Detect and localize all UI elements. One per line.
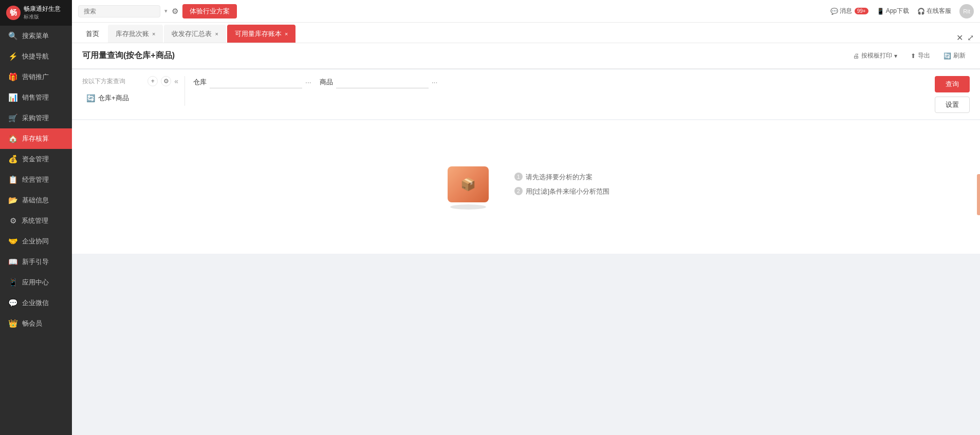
sidebar-label-newbie: 新手引导 <box>22 257 49 267</box>
window-expand-btn[interactable]: ⤢ <box>967 33 974 43</box>
online-service-label: 在线客服 <box>927 7 951 15</box>
export-btn[interactable]: ⬆ 导出 <box>907 49 934 62</box>
add-scheme-btn[interactable]: + <box>147 76 158 86</box>
tab-home[interactable]: 首页 <box>78 25 107 43</box>
search-input[interactable] <box>78 5 160 17</box>
tab-available-close[interactable]: × <box>285 31 288 37</box>
box-illustration: 📦 <box>448 166 489 202</box>
sidebar-item-search[interactable]: 🔍 搜索菜单 <box>0 26 72 46</box>
filter-group-product: 商品 ··· <box>320 76 438 88</box>
basic-icon: 📂 <box>8 196 18 205</box>
page-header: 可用量查询(按仓库+商品) 🖨 按模板打印 ▾ ⬆ 导出 🔄 刷新 <box>72 43 980 69</box>
app-badge: 标准版 <box>24 13 61 21</box>
sidebar-item-wechat[interactable]: 💬 企业微信 <box>0 293 72 313</box>
tab-batch-label: 库存批次账 <box>116 29 149 39</box>
sidebar-label-appcenter: 应用中心 <box>22 278 49 287</box>
product-more-btn[interactable]: ··· <box>432 78 438 86</box>
bell-icon: 💬 <box>830 8 838 15</box>
gear-icon[interactable]: ⚙ <box>172 7 178 16</box>
sidebar-item-finance[interactable]: 💰 资金管理 <box>0 149 72 169</box>
sidebar-label-basic: 基础信息 <box>22 196 49 205</box>
sidebar-label-finance: 资金管理 <box>22 155 49 164</box>
tab-available[interactable]: 可用量库存账本 × <box>227 25 295 43</box>
sidebar-item-operation[interactable]: 📋 经营管理 <box>0 169 72 190</box>
sales-icon: 📊 <box>8 93 18 102</box>
warehouse-label: 仓库 <box>193 78 207 87</box>
tab-home-label: 首页 <box>86 29 99 39</box>
app-icon: 📱 <box>8 278 18 287</box>
page-actions: 🖨 按模板打印 ▾ ⬆ 导出 🔄 刷新 <box>849 49 970 62</box>
filter-inputs: 仓库 ··· 商品 ··· <box>185 76 929 88</box>
tip-text-2: 用[过滤]条件来缩小分析范围 <box>526 187 609 196</box>
collapse-btn[interactable]: « <box>174 77 178 85</box>
tip-num-1: 1 <box>514 173 523 181</box>
tab-batch-close[interactable]: × <box>152 31 155 37</box>
tip-text-1: 请先选择要分析的方案 <box>526 173 593 182</box>
print-btn[interactable]: 🖨 按模板打印 ▾ <box>849 49 901 62</box>
sidebar-item-basic[interactable]: 📂 基础信息 <box>0 190 72 211</box>
export-icon: ⬆ <box>911 52 916 60</box>
app-download-btn[interactable]: 📱 App下载 <box>877 7 909 15</box>
sidebar-label-inventory: 库存核算 <box>22 134 49 143</box>
avatar[interactable]: Rit <box>959 4 974 18</box>
tip-item-2: 2 用[过滤]条件来缩小分析范围 <box>514 187 609 196</box>
filter-schemes-header: 按以下方案查询 + ⚙ « <box>82 76 178 86</box>
scheme-item-warehouse-product[interactable]: 🔄 仓库+商品 <box>82 90 178 106</box>
box-shadow <box>450 204 486 210</box>
sidebar-item-system[interactable]: ⚙ 系统管理 <box>0 211 72 231</box>
notification-badge: 99+ <box>855 8 868 14</box>
sidebar-item-sales[interactable]: 📊 销售管理 <box>0 87 72 108</box>
sidebar-label-system: 系统管理 <box>22 216 48 225</box>
sidebar-item-newbie[interactable]: 📖 新手引导 <box>0 252 72 272</box>
sidebar-label-wechat: 企业微信 <box>22 298 49 308</box>
tab-batch[interactable]: 库存批次账 × <box>108 25 163 43</box>
filter-schemes: 按以下方案查询 + ⚙ « 🔄 仓库+商品 <box>82 76 185 106</box>
print-dropdown-icon[interactable]: ▾ <box>894 52 897 60</box>
sidebar-item-marketing[interactable]: 🎁 营销推广 <box>0 67 72 87</box>
warehouse-more-btn[interactable]: ··· <box>305 78 311 86</box>
member-icon: 👑 <box>8 319 18 328</box>
empty-tips: 1 请先选择要分析的方案 2 用[过滤]条件来缩小分析范围 <box>514 173 609 201</box>
industry-btn[interactable]: 体验行业方案 <box>182 4 237 18</box>
gift-icon: 🎁 <box>8 72 18 82</box>
notification-btn[interactable]: 💬 消息 99+ <box>830 7 868 15</box>
setting-btn[interactable]: 设置 <box>935 97 970 113</box>
headset-icon: 🎧 <box>917 8 925 15</box>
wechat-icon: 💬 <box>8 298 18 308</box>
sidebar-item-appcenter[interactable]: 📱 应用中心 <box>0 272 72 293</box>
sidebar-label-marketing: 营销推广 <box>22 72 49 82</box>
logo-area: 畅 畅康通好生意 标准版 <box>0 0 72 26</box>
sidebar-item-purchase[interactable]: 🛒 采购管理 <box>0 108 72 128</box>
warehouse-input[interactable] <box>210 76 302 88</box>
sidebar-item-member[interactable]: 👑 畅会员 <box>0 313 72 334</box>
sidebar-item-inventory[interactable]: 🏠 库存核算 <box>0 128 72 149</box>
query-btn[interactable]: 查询 <box>935 76 970 92</box>
shortcut-icon: ⚡ <box>8 52 18 61</box>
sidebar-label-search: 搜索菜单 <box>22 31 49 41</box>
phone-icon: 📱 <box>877 8 884 15</box>
content-area: 可用量查询(按仓库+商品) 🖨 按模板打印 ▾ ⬆ 导出 🔄 刷新 <box>72 43 980 435</box>
product-label: 商品 <box>320 78 333 87</box>
sidebar: 畅 畅康通好生意 标准版 🔍 搜索菜单 ⚡ 快捷导航 🎁 营销推广 📊 销售管理… <box>0 0 72 435</box>
printer-icon: 🖨 <box>853 52 859 60</box>
tip-item-1: 1 请先选择要分析的方案 <box>514 173 609 182</box>
scheme-setting-btn[interactable]: ⚙ <box>161 76 171 86</box>
operation-icon: 📋 <box>8 175 18 184</box>
filter-area: 按以下方案查询 + ⚙ « 🔄 仓库+商品 仓库 <box>72 70 980 119</box>
setting-scheme-icon: ⚙ <box>163 78 169 85</box>
avatar-text: Rit <box>963 8 970 14</box>
sidebar-item-shortcut[interactable]: ⚡ 快捷导航 <box>0 46 72 67</box>
product-input[interactable] <box>336 76 429 88</box>
box-face-icon: 📦 <box>460 177 476 192</box>
logo-icon: 畅 <box>6 6 21 20</box>
online-service-btn[interactable]: 🎧 在线客服 <box>917 7 951 15</box>
window-close-btn[interactable]: ✕ <box>956 33 963 43</box>
chevron-down-icon[interactable]: ▾ <box>164 8 168 14</box>
tab-summary-close[interactable]: × <box>215 31 218 37</box>
tab-summary[interactable]: 收发存汇总表 × <box>164 25 226 43</box>
refresh-btn[interactable]: 🔄 刷新 <box>939 49 970 62</box>
sidebar-label-shortcut: 快捷导航 <box>22 52 49 61</box>
sidebar-item-enterprise[interactable]: 🤝 企业协同 <box>0 231 72 252</box>
scheme-label: 仓库+商品 <box>98 93 129 103</box>
sidebar-label-purchase: 采购管理 <box>22 114 49 123</box>
